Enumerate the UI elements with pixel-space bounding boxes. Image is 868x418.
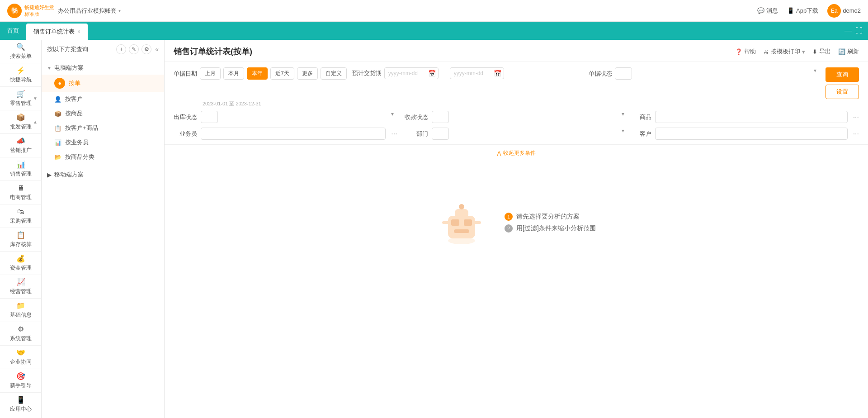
sidebar-item-finance[interactable]: 💰 资金管理 bbox=[0, 252, 41, 275]
sidebar-item-operations[interactable]: 📈 经营管理 bbox=[0, 275, 41, 299]
system-icon: ⚙ bbox=[18, 325, 24, 333]
customer-input[interactable] bbox=[655, 128, 847, 140]
svg-rect-3 bbox=[464, 219, 472, 226]
delivery-select-arrow-icon: ▾ bbox=[391, 111, 394, 117]
status-select[interactable] bbox=[615, 67, 632, 80]
page-header: 销售订单统计表(按单) ❓ 帮助 🖨 按模板打印 ▾ ⬇ bbox=[165, 40, 868, 62]
empty-tips: 1 请先选择要分析的方案 2 用[过滤]条件来缩小分析范围 bbox=[505, 213, 596, 233]
sidebar-item-ecommerce[interactable]: 🖥 电商管理 bbox=[0, 181, 41, 204]
tab-sales-order[interactable]: 销售订单统计表 × bbox=[26, 24, 88, 40]
scheme-item-by-customer[interactable]: 👤 按客户 bbox=[42, 92, 164, 106]
desktop-group-arrow-icon: ▼ bbox=[47, 66, 52, 71]
tip-number-1: 1 bbox=[505, 213, 513, 221]
sidebar-item-enterprise[interactable]: 🤝 企业协同 bbox=[0, 346, 41, 369]
expected-date-section: 预计交货期 📅 — 📅 bbox=[352, 67, 584, 79]
scheme-item-by-customer-product[interactable]: 📋 按客户+商品 bbox=[42, 121, 164, 135]
download-icon: 📱 bbox=[787, 7, 794, 14]
sidebar-item-retail[interactable]: 🛒 零售管理 ▼ bbox=[0, 87, 41, 110]
scheme-item-by-order[interactable]: ● 按单 bbox=[42, 75, 164, 92]
payment-label: 收款状态 bbox=[405, 113, 428, 121]
product-input[interactable] bbox=[655, 111, 847, 123]
tab-home[interactable]: 首页 bbox=[0, 22, 26, 40]
department-label: 部门 bbox=[405, 130, 428, 138]
status-select-arrow-icon: ▾ bbox=[814, 67, 816, 74]
sidebar-item-sales[interactable]: 📊 销售管理 bbox=[0, 157, 41, 181]
sidebar-item-appstore[interactable]: 📱 应用中心 bbox=[0, 393, 41, 416]
marketing-icon: 📣 bbox=[16, 137, 25, 145]
expected-date-start-input[interactable] bbox=[384, 67, 439, 79]
delivery-select[interactable] bbox=[201, 111, 218, 123]
customer-product-icon: 📋 bbox=[54, 124, 61, 132]
checkmark-icon: ● bbox=[58, 80, 61, 86]
sidebar-item-purchase[interactable]: 🛍 采购管理 bbox=[0, 204, 41, 228]
sidebar-item-wechat[interactable]: 💬 企业微信 bbox=[0, 416, 41, 418]
tip-row-2: 2 用[过滤]条件来缩小分析范围 bbox=[505, 224, 596, 233]
customer-more-icon[interactable]: ··· bbox=[853, 130, 859, 138]
sales-icon: 📊 bbox=[16, 160, 25, 169]
export-link[interactable]: ⬇ 导出 bbox=[812, 48, 831, 56]
last-7days-button[interactable]: 近7天 bbox=[270, 67, 294, 80]
sidebar-item-marketing[interactable]: 📣 营销推广 bbox=[0, 134, 41, 157]
svg-rect-1 bbox=[448, 216, 475, 238]
more-date-button[interactable]: 更多 bbox=[297, 67, 318, 80]
customer-icon: 👤 bbox=[54, 95, 61, 103]
desktop-group-header[interactable]: ▼ 电脑端方案 bbox=[42, 61, 164, 75]
window-maximize-button[interactable]: ⛶ bbox=[855, 27, 863, 35]
scheme-item-by-category[interactable]: 📂 按商品分类 bbox=[42, 150, 164, 164]
user-name: demo2 bbox=[843, 7, 861, 14]
tab-close-icon[interactable]: × bbox=[77, 28, 80, 35]
print-button[interactable]: 🖨 按模板打印 ▾ bbox=[763, 48, 805, 56]
scheme-header: 按以下方案查询 + ✎ ⚙ « bbox=[42, 40, 164, 59]
curr-month-button[interactable]: 本月 bbox=[223, 67, 244, 80]
curr-year-button[interactable]: 本年 bbox=[247, 67, 268, 80]
avatar: Ea bbox=[827, 4, 841, 18]
collapse-filters-button[interactable]: ⋀ 收起更多条件 bbox=[165, 144, 868, 162]
message-action[interactable]: 💬 消息 bbox=[757, 7, 778, 15]
help-icon: ❓ bbox=[735, 48, 742, 55]
sidebar: 🔍 搜索菜单 ⚡ 快捷导航 🛒 零售管理 ▼ 📦 批发管理 ▲ 📣 营销推广 📊… bbox=[0, 40, 42, 418]
finance-icon: 💰 bbox=[16, 254, 25, 263]
expected-date-end-input[interactable] bbox=[450, 67, 504, 79]
sidebar-item-quick-nav[interactable]: ⚡ 快捷导航 bbox=[0, 63, 41, 87]
tip-number-2: 2 bbox=[505, 224, 513, 233]
sidebar-item-inventory[interactable]: 📋 库存核算 bbox=[0, 228, 41, 252]
custom-date-button[interactable]: 自定义 bbox=[321, 67, 347, 80]
svg-rect-5 bbox=[455, 209, 468, 218]
query-button[interactable]: 查询 bbox=[826, 67, 859, 82]
help-link[interactable]: ❓ 帮助 bbox=[735, 48, 756, 56]
salesperson-label: 业务员 bbox=[174, 130, 197, 138]
scheme-collapse-button[interactable]: « bbox=[155, 46, 159, 53]
settings-button[interactable]: 设置 bbox=[826, 85, 859, 99]
svg-rect-2 bbox=[451, 219, 459, 226]
sidebar-item-wholesale[interactable]: 📦 批发管理 ▲ bbox=[0, 110, 41, 134]
page-title: 销售订单统计表(按单) bbox=[174, 46, 252, 57]
svg-rect-4 bbox=[454, 229, 469, 233]
inventory-icon: 📋 bbox=[16, 231, 25, 239]
scheme-item-by-salesperson[interactable]: 📊 按业务员 bbox=[42, 135, 164, 150]
empty-state: 1 请先选择要分析的方案 2 用[过滤]条件来缩小分析范围 bbox=[165, 162, 868, 284]
app-title-area[interactable]: 办公用品行业模拟账套 ▾ bbox=[58, 7, 121, 15]
salesperson-input[interactable] bbox=[201, 128, 386, 140]
product-icon: 📦 bbox=[54, 110, 61, 117]
scheme-edit-button[interactable]: ✎ bbox=[129, 44, 139, 54]
window-minimize-button[interactable]: — bbox=[844, 27, 852, 35]
expected-date-start-wrapper: 📅 bbox=[384, 67, 439, 79]
sidebar-item-guide[interactable]: 🎯 新手引导 bbox=[0, 369, 41, 393]
payment-select[interactable] bbox=[432, 111, 449, 123]
user-area[interactable]: Ea demo2 bbox=[827, 4, 861, 18]
date-label: 单据日期 bbox=[174, 70, 197, 78]
quick-nav-icon: ⚡ bbox=[16, 66, 25, 75]
sidebar-item-search-menu[interactable]: 🔍 搜索菜单 bbox=[0, 40, 41, 63]
mobile-group-header[interactable]: ▶ 移动端方案 bbox=[42, 168, 164, 181]
sidebar-item-system[interactable]: ⚙ 系统管理 bbox=[0, 322, 41, 346]
scheme-add-button[interactable]: + bbox=[116, 44, 126, 54]
prev-month-button[interactable]: 上月 bbox=[200, 67, 221, 80]
department-select[interactable] bbox=[432, 128, 449, 140]
scheme-item-by-product[interactable]: 📦 按商品 bbox=[42, 106, 164, 121]
scheme-settings-button[interactable]: ⚙ bbox=[142, 44, 151, 54]
sidebar-item-basic[interactable]: 📁 基础信息 bbox=[0, 299, 41, 322]
app-download-action[interactable]: 📱 App下载 bbox=[787, 7, 818, 15]
salesperson-more-icon[interactable]: ··· bbox=[391, 130, 397, 138]
product-more-icon[interactable]: ··· bbox=[853, 113, 859, 121]
refresh-link[interactable]: 🔄 刷新 bbox=[838, 48, 859, 56]
